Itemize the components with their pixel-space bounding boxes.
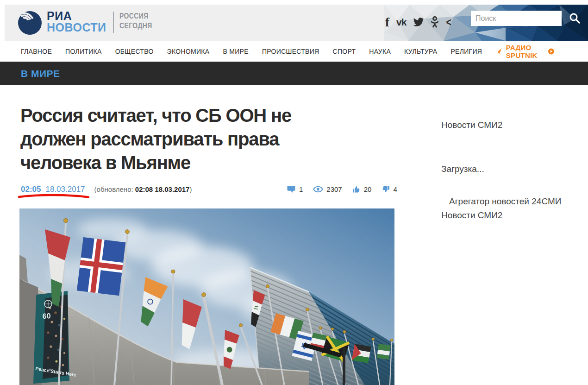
- article-photo: 60 Peace Starts Here: [19, 208, 394, 385]
- publish-time[interactable]: 02:05: [21, 185, 41, 194]
- nav-item-kultura[interactable]: КУЛЬТУРА: [404, 48, 437, 55]
- nav-item-sport[interactable]: СПОРТ: [333, 48, 356, 55]
- radio-sputnik-label: РАДИО SPUTNIK: [506, 44, 544, 59]
- likes-stat[interactable]: 20: [352, 185, 372, 193]
- publish-date[interactable]: 18.03.2017: [45, 185, 85, 194]
- collapse-icon[interactable]: <: [446, 15, 451, 29]
- views-stat: 2307: [313, 185, 342, 193]
- nav-item-nauka[interactable]: НАУКА: [369, 48, 391, 55]
- sidebar-smi2-header[interactable]: Новости СМИ2: [441, 120, 502, 130]
- search-box: [471, 11, 562, 26]
- radio-arrow-icon: [495, 47, 502, 56]
- ria-logo-text: РИА НОВОСТИ: [47, 10, 106, 33]
- logo-line-2: НОВОСТИ: [47, 22, 106, 33]
- dislikes-count: 4: [393, 185, 397, 193]
- thumb-up-icon: [352, 185, 361, 193]
- nav-item-v-mire[interactable]: В МИРЕ: [223, 48, 248, 55]
- article-meta: 02:05 18.03.2017 (обновлено: 02:08 18.03…: [21, 185, 192, 194]
- ria-globe-icon: [18, 11, 42, 35]
- nav-item-proisshestviya[interactable]: ПРОИСШЕСТВИЯ: [262, 48, 319, 55]
- nav-item-obschestvo[interactable]: ОБЩЕСТВО: [115, 48, 154, 55]
- page: РИА НОВОСТИ РОССИЯ СЕГОДНЯ f vk: [0, 0, 588, 385]
- vk-icon[interactable]: vk: [396, 15, 406, 29]
- comment-icon: [287, 185, 296, 193]
- article-title: Россия считает, что СБ ООН не должен рас…: [20, 104, 344, 175]
- social-links: f vk <: [385, 14, 452, 31]
- nav-item-glavnoe[interactable]: ГЛАВНОЕ: [21, 48, 52, 55]
- logo-divider: [113, 12, 114, 33]
- section-title[interactable]: В МИРЕ: [21, 68, 60, 79]
- likes-count: 20: [364, 185, 372, 193]
- main-nav: ГЛАВНОЕ ПОЛИТИКА ОБЩЕСТВО ЭКОНОМИКА В МИ…: [0, 41, 588, 62]
- radio-sputnik-link[interactable]: РАДИО SPUTNIK: [495, 44, 554, 59]
- play-icon: [548, 47, 554, 56]
- nav-item-religiya[interactable]: РЕЛИГИЯ: [450, 48, 482, 55]
- facebook-icon[interactable]: f: [385, 15, 389, 29]
- comments-stat[interactable]: 1: [287, 185, 303, 193]
- search-button[interactable]: [566, 10, 583, 26]
- updated-info: (обновлено: 02:08 18.03.2017): [94, 185, 192, 193]
- eye-icon: [313, 186, 323, 193]
- thumb-down-icon: [382, 185, 390, 193]
- sidebar-smi2-header-2[interactable]: Новости СМИ2: [441, 210, 502, 221]
- ria-logo[interactable]: РИА НОВОСТИ РОССИЯ СЕГОДНЯ: [18, 10, 159, 35]
- site-header: РИА НОВОСТИ РОССИЯ СЕГОДНЯ f vk: [5, 5, 588, 41]
- logo-line-1: РИА: [47, 10, 106, 22]
- red-underline-annotation: [18, 193, 91, 200]
- twitter-icon[interactable]: [413, 15, 424, 29]
- sidebar-loading-text: Загрузка...: [441, 164, 484, 174]
- sidebar-24smi-header[interactable]: Агрегатор новостей 24СМИ: [449, 196, 561, 207]
- section-bar: В МИРЕ: [0, 62, 588, 85]
- article-stats: 1 2307 20 4: [287, 185, 397, 193]
- banner-60-text: 60: [42, 312, 51, 320]
- odnoklassniki-icon[interactable]: [431, 15, 438, 29]
- dislikes-stat[interactable]: 4: [382, 185, 397, 193]
- comments-count: 1: [299, 185, 303, 193]
- rossiya-segodnya-logo: РОССИЯ СЕГОДНЯ: [119, 11, 152, 31]
- views-count: 2307: [326, 185, 342, 193]
- nav-item-politika[interactable]: ПОЛИТИКА: [65, 48, 102, 55]
- search-input[interactable]: [471, 11, 562, 26]
- nav-item-ekonomika[interactable]: ЭКОНОМИКА: [167, 48, 210, 55]
